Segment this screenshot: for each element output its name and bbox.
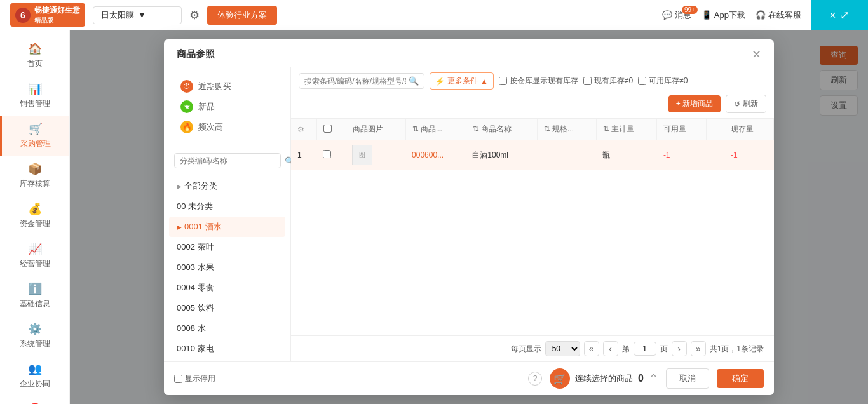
app-download-btn[interactable]: 📱 App下载 bbox=[702, 10, 745, 21]
product-search-box[interactable]: 🔍 bbox=[299, 73, 424, 89]
product-search-input[interactable] bbox=[304, 77, 406, 86]
cart-area: 🛒 连续选择的商品 0 ⌃ bbox=[550, 368, 658, 389]
experience-btn[interactable]: 体验行业方案 bbox=[207, 6, 277, 25]
help-icon[interactable]: ? bbox=[528, 372, 542, 386]
th-spec-sort-icon: ⇅ bbox=[544, 125, 550, 133]
modal-body: ⏱ 近期购买 ★ 新品 🔥 频次高 bbox=[164, 67, 774, 361]
app-edition: 精品版 bbox=[34, 16, 80, 24]
cat-item-0008[interactable]: 0008 水 bbox=[169, 318, 285, 339]
sidebar-item-inventory[interactable]: 📦 库存核算 bbox=[0, 156, 69, 196]
per-page-select[interactable]: 50 10 20 100 bbox=[545, 341, 580, 356]
settings-gear-icon[interactable]: ⚙ bbox=[189, 8, 200, 22]
sidebar-label-operations: 经营管理 bbox=[20, 259, 50, 269]
show-disabled-checkbox[interactable]: 显示停用 bbox=[174, 374, 215, 384]
online-service-label: 在线客服 bbox=[768, 10, 801, 21]
message-badge[interactable]: 💬 消息 99+ bbox=[662, 10, 691, 21]
cat-item-0004[interactable]: 0004 零食 bbox=[169, 278, 285, 298]
quick-item-new[interactable]: ★ 新品 bbox=[174, 97, 280, 117]
filter-btn[interactable]: ⚡ 更多条件 ▲ bbox=[430, 72, 494, 90]
refresh-icon: ↺ bbox=[734, 100, 740, 109]
th-checkbox[interactable] bbox=[316, 119, 346, 140]
close-teal-icon[interactable]: × bbox=[829, 9, 836, 22]
checkbox-warehouse[interactable]: 按仓库显示现有库存 bbox=[499, 76, 578, 86]
sidebar-item-enterprise[interactable]: 👥 企业协同 bbox=[0, 356, 69, 396]
checkbox-available-label: 可用库存≠0 bbox=[649, 76, 688, 86]
row-checkbox[interactable] bbox=[323, 150, 331, 158]
quick-label-freq: 频次高 bbox=[198, 121, 223, 133]
last-page-btn[interactable]: » bbox=[691, 341, 706, 356]
cancel-btn[interactable]: 取消 bbox=[666, 368, 709, 389]
td-row-checkbox[interactable] bbox=[316, 140, 346, 170]
show-disabled-label: 显示停用 bbox=[185, 374, 215, 384]
product-image-placeholder: 图 bbox=[359, 151, 365, 159]
cat-label-all: 全部分类 bbox=[184, 180, 217, 192]
quick-item-freq[interactable]: 🔥 频次高 bbox=[174, 117, 280, 137]
category-search-input[interactable] bbox=[174, 153, 281, 168]
cat-item-all[interactable]: ▶ 全部分类 bbox=[169, 176, 285, 196]
sidebar-item-sales[interactable]: 📊 销售管理 bbox=[0, 76, 69, 116]
th-spec[interactable]: ⇅ 规格... bbox=[537, 119, 596, 140]
sidebar-label-enterprise: 企业协同 bbox=[20, 379, 50, 389]
collapse-icon[interactable]: ⌃ bbox=[649, 372, 658, 386]
add-product-btn[interactable]: + 新增商品 bbox=[668, 95, 721, 112]
category-search-area: 🔍 bbox=[164, 151, 290, 171]
sidebar-item-finance[interactable]: 💰 资金管理 bbox=[0, 196, 69, 236]
prev-page-btn[interactable]: ‹ bbox=[603, 341, 618, 356]
checkbox-available-input[interactable] bbox=[638, 77, 646, 85]
th-stock[interactable]: 现存量 bbox=[724, 119, 774, 140]
sidebar-item-operations[interactable]: 📈 经营管理 bbox=[0, 236, 69, 276]
checkbox-warehouse-input[interactable] bbox=[499, 77, 507, 85]
expand-teal-icon[interactable]: ⤢ bbox=[840, 8, 850, 22]
category-tree: ▶ 全部分类 00 未分类 ▶ 0001 酒水 0002 茶 bbox=[164, 176, 290, 355]
finance-icon: 💰 bbox=[28, 202, 42, 216]
sidebar-item-system[interactable]: ⚙️ 系统管理 bbox=[0, 316, 69, 356]
cat-item-0001[interactable]: ▶ 0001 酒水 bbox=[169, 217, 285, 237]
sidebar-item-purchase[interactable]: 🛒 采购管理 bbox=[0, 116, 69, 156]
select-all-checkbox[interactable] bbox=[323, 125, 332, 133]
show-disabled-input[interactable] bbox=[174, 375, 182, 383]
th-settings[interactable]: ⚙ bbox=[291, 119, 316, 140]
app-name: 畅捷通好生意 bbox=[34, 6, 80, 16]
modal-right-panel: 🔍 ⚡ 更多条件 ▲ 按仓库显示现有库存 bbox=[291, 67, 774, 361]
logo-area: 6 畅捷通好生意 精品版 bbox=[10, 3, 85, 27]
sidebar-item-basic-info[interactable]: ℹ️ 基础信息 bbox=[0, 276, 69, 316]
sidebar-item-home[interactable]: 🏠 首页 bbox=[0, 36, 69, 76]
cat-label-0001: 0001 酒水 bbox=[184, 221, 222, 232]
td-stock: -1 bbox=[724, 140, 774, 170]
th-name[interactable]: ⇅ 商品名称 bbox=[466, 119, 537, 140]
th-code-sort-icon: ⇅ bbox=[412, 125, 419, 133]
checkbox-stock-nonzero[interactable]: 现有库存≠0 bbox=[583, 76, 633, 86]
page-prefix-label: 第 bbox=[622, 344, 630, 354]
sidebar-label-home: 首页 bbox=[27, 58, 43, 69]
refresh-product-btn[interactable]: ↺ 刷新 bbox=[726, 95, 766, 113]
cat-item-0010[interactable]: 0010 家电 bbox=[169, 339, 285, 355]
th-available[interactable]: 可用量 bbox=[657, 119, 707, 140]
th-code[interactable]: ⇅ 商品... bbox=[405, 119, 466, 140]
nav-dropdown[interactable]: 日太阳膜 ▼ bbox=[93, 6, 182, 24]
online-service-btn[interactable]: 🎧 在线客服 bbox=[756, 10, 801, 21]
cat-item-0002[interactable]: 0002 茶叶 bbox=[169, 237, 285, 257]
quick-label-new: 新品 bbox=[198, 101, 215, 112]
quick-item-recent[interactable]: ⏱ 近期购买 bbox=[174, 76, 280, 97]
next-page-btn[interactable]: › bbox=[672, 341, 687, 356]
cat-item-0003[interactable]: 0003 水果 bbox=[169, 257, 285, 278]
first-page-btn[interactable]: « bbox=[584, 341, 599, 356]
cat-item-0005[interactable]: 0005 饮料 bbox=[169, 298, 285, 318]
checkbox-stock-input[interactable] bbox=[583, 77, 592, 85]
product-search-icon[interactable]: 🔍 bbox=[409, 76, 419, 86]
checkbox-available-nonzero[interactable]: 可用库存≠0 bbox=[638, 76, 688, 86]
table-row[interactable]: 1 图 000600... 白酒100ml bbox=[291, 140, 774, 170]
home-icon: 🏠 bbox=[28, 42, 42, 56]
modal-close-icon[interactable]: ✕ bbox=[752, 49, 761, 60]
th-unit[interactable]: ⇅ 主计量 bbox=[596, 119, 657, 140]
confirm-btn[interactable]: 确定 bbox=[717, 369, 764, 388]
sidebar-item-guide[interactable]: 🎯 新手引导 bbox=[0, 396, 69, 404]
mobile-icon: 📱 bbox=[702, 10, 712, 20]
cart-icon[interactable]: 🛒 bbox=[550, 368, 570, 389]
modal-footer: 显示停用 ? 🛒 连续选择的商品 0 ⌃ 取消 确定 bbox=[164, 361, 774, 395]
page-number-input[interactable] bbox=[634, 342, 656, 356]
sidebar-label-finance: 资金管理 bbox=[20, 219, 50, 229]
cat-item-00[interactable]: 00 未分类 bbox=[169, 196, 285, 217]
th-extra bbox=[706, 119, 724, 140]
sidebar-label-basic-info: 基础信息 bbox=[20, 299, 50, 309]
